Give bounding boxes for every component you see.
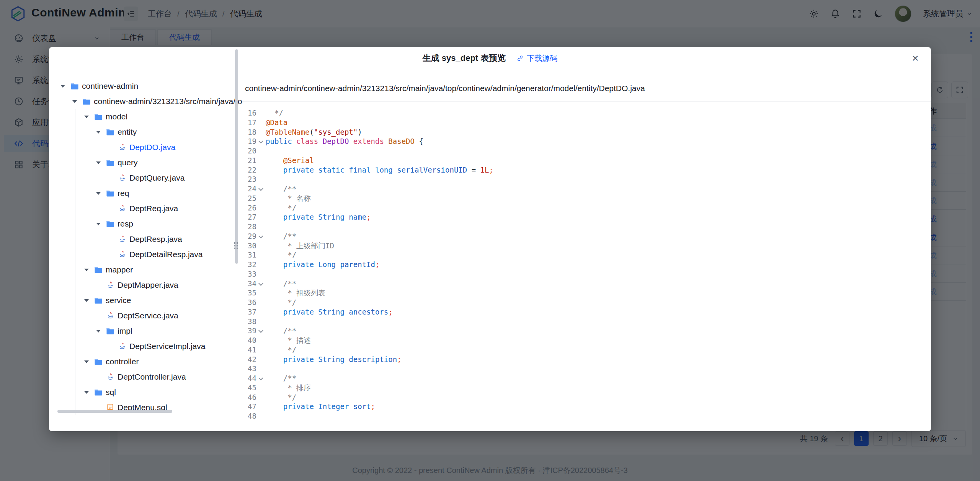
- code-line: 32 private Long parentId;: [242, 260, 929, 269]
- caret-down-icon[interactable]: [84, 360, 89, 363]
- tree-file-row[interactable]: DeptDO.java: [49, 140, 242, 155]
- tree-guide-line: [75, 369, 75, 385]
- tree-file-row[interactable]: DeptDetailResp.java: [49, 247, 242, 262]
- code-token: String: [318, 308, 349, 316]
- line-number: 39: [242, 326, 256, 336]
- tree-guide-line: [75, 277, 75, 293]
- code-token: @Serial: [266, 156, 314, 165]
- tree-folder-row[interactable]: resp: [49, 216, 242, 232]
- caret-down-icon[interactable]: [96, 131, 101, 134]
- tree-file-row[interactable]: DeptQuery.java: [49, 170, 242, 186]
- tree-file-row[interactable]: DeptMapper.java: [49, 277, 242, 293]
- tree-file-row[interactable]: DeptController.java: [49, 369, 242, 385]
- tree-folder-row[interactable]: entity: [49, 124, 242, 140]
- line-number: 43: [242, 364, 256, 373]
- tree-item-label: DeptResp.java: [129, 235, 182, 244]
- tree-folder-row[interactable]: query: [49, 155, 242, 170]
- line-number: 21: [242, 156, 256, 165]
- tree-vertical-scrollbar[interactable]: [235, 49, 238, 264]
- code-token: public: [266, 137, 296, 145]
- caret-down-icon[interactable]: [84, 299, 89, 302]
- tree-guide-line: [87, 323, 87, 339]
- tree-item-label: continew-admin: [82, 82, 138, 91]
- fold-chevron-icon[interactable]: [258, 139, 263, 144]
- code-line: 23: [242, 174, 929, 184]
- fold-chevron-icon[interactable]: [258, 233, 263, 238]
- caret-down-icon[interactable]: [96, 223, 101, 225]
- caret-down-icon[interactable]: [84, 391, 89, 394]
- fold-chevron-icon[interactable]: [258, 281, 263, 286]
- tree-folder-row[interactable]: model: [49, 109, 242, 124]
- tree-guide-line: [75, 308, 75, 323]
- caret-down-icon[interactable]: [96, 161, 101, 164]
- code-token: ancestors: [349, 308, 388, 316]
- fold-chevron-icon[interactable]: [258, 375, 263, 380]
- download-source-link[interactable]: 下载源码: [516, 53, 557, 64]
- tree-item-label: DeptMapper.java: [118, 280, 178, 290]
- tree-folder-row[interactable]: impl: [49, 323, 242, 339]
- tree-caret-slot: [96, 161, 106, 164]
- code-line: 36 */: [242, 298, 929, 307]
- code-line: 26 */: [242, 203, 929, 213]
- code-line: 28: [242, 222, 929, 232]
- tree-file-row[interactable]: DeptMenu.sql: [49, 400, 242, 415]
- code-token: sort: [353, 402, 371, 411]
- tree-item-label: req: [118, 189, 129, 198]
- fold-chevron-icon[interactable]: [258, 186, 263, 191]
- tree-item-label: service: [106, 296, 131, 305]
- tree-guide-line: [87, 140, 87, 155]
- modal-header: 生成 sys_dept 表预览 下载源码 ×: [49, 47, 931, 69]
- tree-folder-row[interactable]: continew-admin: [49, 78, 242, 94]
- line-number: 23: [242, 174, 256, 184]
- tree-guide-line: [75, 400, 75, 415]
- code-token: ): [358, 128, 362, 136]
- tree-file-row[interactable]: DeptService.java: [49, 308, 242, 323]
- code-token: /**: [266, 279, 296, 288]
- panel-resize-handle[interactable]: [234, 242, 239, 251]
- tree-folder-row[interactable]: mapper: [49, 262, 242, 277]
- modal-close-button[interactable]: ×: [908, 51, 923, 65]
- code-token: ;: [366, 213, 371, 221]
- code-token: String: [318, 213, 349, 221]
- line-number: 37: [242, 307, 256, 317]
- code-viewer[interactable]: 16 */17@Data18@TableName("sys_dept")19pu…: [242, 108, 929, 428]
- code-line: 38: [242, 317, 929, 326]
- tree-item-label: query: [118, 158, 138, 167]
- tree-horizontal-scrollbar[interactable]: [57, 410, 172, 413]
- tree-file-row[interactable]: DeptServiceImpl.java: [49, 339, 242, 354]
- tree-caret-slot: [84, 360, 94, 363]
- line-number: 36: [242, 298, 256, 307]
- caret-down-icon[interactable]: [84, 269, 89, 271]
- tree-guide-line: [99, 170, 99, 186]
- code-token: * 排序: [266, 383, 311, 392]
- tree-folder-row[interactable]: service: [49, 293, 242, 308]
- code-token: name: [349, 213, 366, 221]
- tree-file-row[interactable]: DeptResp.java: [49, 232, 242, 247]
- fold-column: [257, 373, 266, 383]
- tree-guide-line: [75, 323, 75, 339]
- tree-item-label: entity: [118, 127, 137, 137]
- caret-down-icon[interactable]: [72, 100, 77, 103]
- tree-file-row[interactable]: DeptReq.java: [49, 201, 242, 216]
- caret-down-icon[interactable]: [96, 192, 101, 195]
- code-line: 20: [242, 146, 929, 156]
- line-number: 31: [242, 250, 256, 260]
- tree-guide-line: [87, 369, 87, 385]
- code-token: "sys_dept": [314, 128, 358, 136]
- tree-folder-row[interactable]: continew-admin/3213213/src/main/java/top: [49, 94, 242, 109]
- fold-chevron-icon[interactable]: [258, 328, 263, 333]
- tree-guide-line: [87, 232, 87, 247]
- tree-item-label: controller: [106, 357, 139, 366]
- caret-down-icon[interactable]: [60, 85, 65, 88]
- caret-down-icon[interactable]: [84, 116, 89, 118]
- caret-down-icon[interactable]: [96, 330, 101, 333]
- tree-folder-row[interactable]: req: [49, 186, 242, 201]
- tree-folder-row[interactable]: sql: [49, 385, 242, 400]
- code-line: 46 */: [242, 393, 929, 402]
- tree-guide-line: [87, 400, 87, 415]
- code-line: 37 private String ancestors;: [242, 307, 929, 317]
- tree-item-label: DeptService.java: [118, 311, 178, 320]
- tree-folder-row[interactable]: controller: [49, 354, 242, 369]
- code-token: ;: [397, 355, 401, 364]
- code-token: Integer: [318, 402, 353, 411]
